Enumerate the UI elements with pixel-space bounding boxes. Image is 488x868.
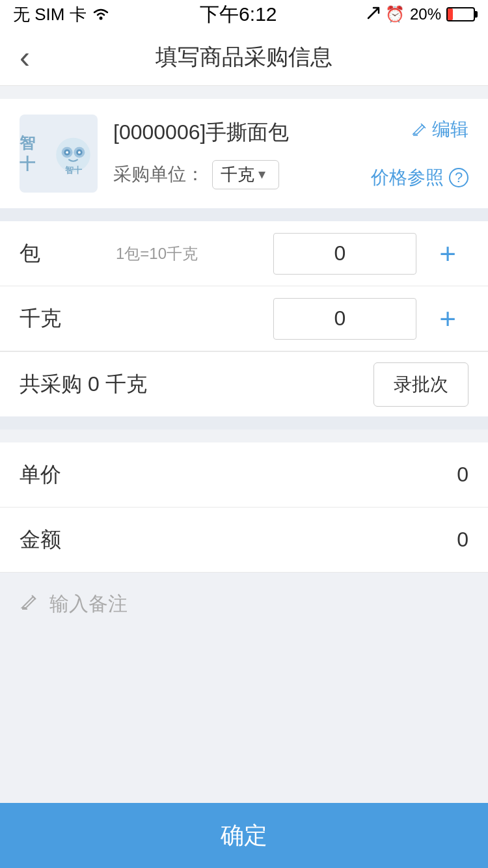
batch-button[interactable]: 录批次 [373,362,468,407]
bag-input-row: 包 1包=10千克 + [0,221,488,286]
bag-quantity-input[interactable] [273,233,416,275]
kg-label: 千克 [20,305,111,333]
unit-label: 采购单位： [113,162,204,187]
price-value: 0 [457,463,468,487]
edit-button[interactable]: 编辑 [411,117,468,142]
confirm-button-label: 确定 [221,820,267,852]
amount-label: 金额 [20,526,61,554]
unit-dropdown-arrow: ▾ [258,166,265,183]
unit-value: 千克 [221,163,254,186]
svg-point-6 [66,151,68,154]
bag-label: 包 [20,239,111,268]
status-right: ⏰ 20% [367,5,475,23]
amount-row: 金额 0 [0,508,488,573]
bag-plus-button[interactable]: + [427,233,468,275]
wifi-icon [92,5,110,25]
section-divider-2 [0,416,488,429]
kg-quantity-input[interactable] [273,298,416,340]
svg-text:智十: 智十 [64,165,83,175]
price-ref-label: 价格参照 [371,165,444,190]
summary-row: 共采购 0 千克 录批次 [0,351,488,416]
unit-select[interactable]: 千克 ▾ [212,160,279,189]
info-section: 单价 0 金额 0 [0,442,488,573]
alarm-icon: ⏰ [385,5,405,23]
remark-placeholder: 输入备注 [49,591,128,617]
summary-text: 共采购 0 千克 [20,370,147,399]
kg-input-row: 千克 + [0,286,488,351]
product-thumbnail: 智十 智十 [20,115,98,193]
price-reference-button[interactable]: 价格参照 ? [371,165,468,190]
battery-percent: 20% [410,5,441,23]
content-filler [0,636,488,805]
battery-icon [446,7,475,21]
svg-point-7 [78,151,81,154]
amount-value: 0 [457,528,468,552]
price-label: 单价 [20,461,61,489]
edit-label: 编辑 [432,117,468,142]
pencil-icon [20,592,39,616]
svg-point-0 [99,16,102,20]
status-left: 无 SIM 卡 [13,3,110,26]
location-icon [367,5,380,23]
bag-input-wrap: + [198,233,468,275]
input-section: 包 1包=10千克 + 千克 + [0,221,488,351]
nav-bar: ‹ 填写商品采购信息 [0,29,488,86]
carrier-label: 无 SIM 卡 [13,3,87,26]
kg-input-wrap: + [111,298,468,340]
back-button[interactable]: ‹ [20,39,59,75]
bag-sublabel: 1包=10千克 [116,243,198,264]
section-divider-1 [0,208,488,221]
status-bar: 无 SIM 卡 下午6:12 ⏰ 20% [0,0,488,29]
status-time: 下午6:12 [200,1,277,28]
page-title: 填写商品采购信息 [156,42,332,72]
help-icon: ? [449,168,468,187]
confirm-bar[interactable]: 确定 [0,803,488,868]
remark-section[interactable]: 输入备注 [0,573,488,636]
price-row: 单价 0 [0,442,488,508]
product-card: 智十 智十 [0000006]手撕面包 采购单位： 千克 ▾ [0,99,488,208]
kg-plus-button[interactable]: + [427,298,468,340]
